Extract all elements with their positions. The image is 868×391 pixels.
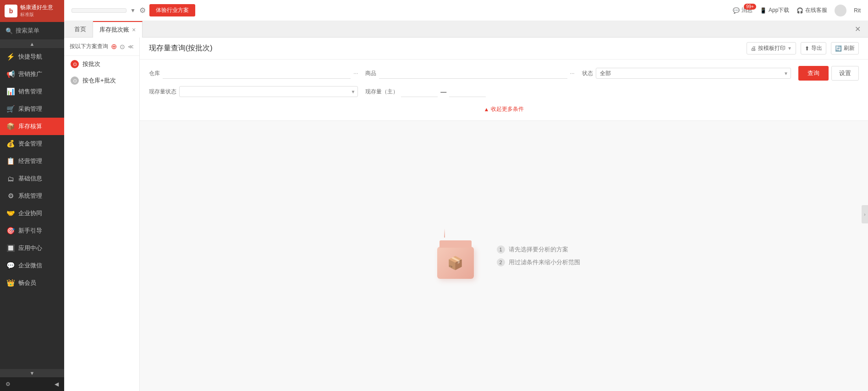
tab-home[interactable]: 首页 bbox=[68, 21, 93, 38]
sidebar-item-system[interactable]: ⚙ 系统管理 bbox=[0, 187, 64, 205]
settings-btn[interactable]: 设置 bbox=[831, 66, 859, 81]
sidebar-search[interactable]: 🔍 搜索菜单 bbox=[0, 22, 64, 40]
status-select[interactable]: 全部 bbox=[596, 68, 791, 79]
empty-state: 📦 1 请先选择要分析的方案 2 用过滤条件来缩小分析范围 bbox=[140, 121, 868, 391]
inventory-qty-label: 现存量（主） bbox=[365, 88, 398, 96]
inventory-qty-input[interactable] bbox=[401, 86, 438, 97]
app-edition: 标准版 bbox=[20, 11, 53, 18]
app-download-label: App下载 bbox=[769, 6, 789, 14]
export-btn[interactable]: ⬆ 导出 bbox=[801, 42, 826, 54]
experience-btn[interactable]: 体验行业方案 bbox=[149, 4, 195, 16]
filter-status: 状态 全部 ▼ bbox=[582, 68, 791, 79]
sidebar-settings-icon[interactable]: ⚙ bbox=[5, 381, 11, 387]
refresh-btn[interactable]: 🔄 刷新 bbox=[831, 42, 859, 54]
tab-bar: 首页 库存批次账 × ✕ bbox=[64, 21, 868, 38]
nav-icon-finance: 💰 bbox=[6, 140, 15, 148]
sidebar-item-inventory[interactable]: 📦 库存核算 bbox=[0, 118, 64, 135]
nav-icon-enterprise-wechat: 💬 bbox=[6, 261, 15, 270]
warehouse-more-icon[interactable]: ··· bbox=[353, 70, 358, 76]
scheme-icon-batch: ⊙ bbox=[71, 60, 79, 68]
messages-item[interactable]: 💬 消息 99+ bbox=[733, 6, 753, 14]
tab-home-label: 首页 bbox=[74, 25, 86, 33]
headset-icon: 🎧 bbox=[797, 7, 803, 14]
tab-close-icon[interactable]: × bbox=[132, 26, 136, 33]
add-scheme-icon[interactable]: ⊕ bbox=[111, 42, 117, 51]
sidebar-item-newbie[interactable]: 🎯 新手引导 bbox=[0, 222, 64, 239]
print-label: 按模板打印 bbox=[758, 44, 786, 52]
tab-bar-close-btn[interactable]: ✕ bbox=[851, 25, 864, 33]
scheme-header-title: 按以下方案查询 bbox=[70, 43, 108, 50]
filter-product: 商品 ··· bbox=[365, 68, 574, 79]
scheme-settings-icon[interactable]: ⊙ bbox=[120, 43, 125, 50]
messages-icon: 💬 bbox=[733, 7, 740, 14]
side-close-handle[interactable]: › bbox=[862, 205, 868, 223]
nav-label-app-center: 应用中心 bbox=[18, 244, 42, 252]
nav-label-system: 系统管理 bbox=[18, 192, 42, 200]
sidebar-footer: ⚙ ◀ bbox=[0, 377, 64, 391]
sidebar-item-sales[interactable]: 📊 销售管理 bbox=[0, 83, 64, 100]
sidebar-item-purchase[interactable]: 🛒 采购管理 bbox=[0, 100, 64, 118]
user-name: Rit bbox=[854, 7, 861, 14]
sidebar-item-enterprise[interactable]: 🤝 企业协同 bbox=[0, 205, 64, 222]
hint-text-2: 用过滤条件来缩小分析范围 bbox=[509, 258, 580, 266]
sidebar-item-marketing[interactable]: 📢 营销推广 bbox=[0, 65, 64, 83]
nav-icon-sales: 📊 bbox=[6, 87, 15, 96]
nav-icon-inventory: 📦 bbox=[6, 122, 15, 130]
hint-item-1: 1 请先选择要分析的方案 bbox=[497, 245, 580, 254]
nav-label-inventory: 库存核算 bbox=[18, 122, 42, 130]
sidebar-item-finance[interactable]: 💰 资金管理 bbox=[0, 135, 64, 152]
user-avatar[interactable] bbox=[835, 5, 846, 16]
sidebar-item-operations[interactable]: 📋 经营管理 bbox=[0, 152, 64, 170]
product-more-icon[interactable]: ··· bbox=[570, 70, 575, 76]
nav-icon-quick-nav: ⚡ bbox=[6, 53, 15, 61]
sidebar-scroll-up[interactable]: ▲ bbox=[0, 40, 64, 48]
sidebar-item-member[interactable]: 👑 畅会员 bbox=[0, 274, 64, 292]
nav-icon-system: ⚙ bbox=[6, 192, 15, 200]
filter-row-2: 现存量状态 ▼ 现存量（主） — bbox=[149, 86, 859, 97]
nav-icon-purchase: 🛒 bbox=[6, 105, 15, 113]
sidebar-collapse-icon[interactable]: ◀ bbox=[55, 381, 59, 387]
sidebar-item-basic[interactable]: 🗂 基础信息 bbox=[0, 170, 64, 187]
scheme-label-warehouse-batch: 按仓库+批次 bbox=[82, 76, 116, 85]
warehouse-input[interactable] bbox=[163, 68, 351, 79]
search-icon: 🔍 bbox=[5, 27, 13, 34]
filter-inventory-qty: 现存量（主） — bbox=[365, 86, 574, 97]
inventory-qty-range: — bbox=[401, 86, 574, 97]
topbar-gear-icon[interactable]: ⚙ bbox=[139, 6, 146, 15]
query-btn[interactable]: 查询 bbox=[798, 66, 829, 81]
right-content: 现存量查询(按批次) 🖨 按模板打印 ▼ ⬆ 导出 🔄 刷新 bbox=[140, 38, 868, 391]
scheme-item-warehouse-batch[interactable]: ⊙ 按仓库+批次 bbox=[64, 72, 139, 89]
product-input[interactable] bbox=[379, 68, 567, 79]
print-btn[interactable]: 🖨 按模板打印 ▼ bbox=[747, 42, 796, 54]
sidebar-nav: ⚡ 快捷导航 📢 营销推广 📊 销售管理 🛒 采购管理 📦 库存核算 💰 资金管… bbox=[0, 48, 64, 369]
sidebar-item-quick-nav[interactable]: ⚡ 快捷导航 bbox=[0, 48, 64, 65]
scheme-item-batch[interactable]: ⊙ 按批次 bbox=[64, 56, 139, 72]
filter-warehouse: 仓库 ··· bbox=[149, 68, 358, 79]
nav-icon-marketing: 📢 bbox=[6, 70, 15, 78]
sidebar-scroll-down[interactable]: ▼ bbox=[0, 369, 64, 377]
collapse-scheme-icon[interactable]: ≪ bbox=[128, 43, 134, 50]
filter-inventory-status: 现存量状态 ▼ bbox=[149, 86, 358, 97]
inventory-qty-input-max[interactable] bbox=[449, 86, 486, 97]
topbar-chevron-icon[interactable]: ▼ bbox=[130, 7, 136, 14]
refresh-icon: 🔄 bbox=[835, 45, 842, 52]
status-label: 状态 bbox=[582, 70, 593, 77]
topbar-search[interactable] bbox=[71, 8, 126, 13]
sidebar: b 畅康通好生意 标准版 🔍 搜索菜单 ▲ ⚡ 快捷导航 📢 营销推广 📊 销售… bbox=[0, 0, 64, 391]
sidebar-item-enterprise-wechat[interactable]: 💬 企业微信 bbox=[0, 257, 64, 274]
online-service-label: 在线客服 bbox=[805, 6, 827, 14]
export-label: 导出 bbox=[811, 44, 822, 52]
online-service-item[interactable]: 🎧 在线客服 bbox=[797, 6, 827, 14]
nav-icon-app-center: 🔲 bbox=[6, 244, 15, 252]
inventory-status-select[interactable] bbox=[179, 86, 358, 97]
print-chevron-icon: ▼ bbox=[787, 46, 792, 51]
app-download-item[interactable]: 📱 App下载 bbox=[760, 6, 789, 14]
sidebar-item-app-center[interactable]: 🔲 应用中心 bbox=[0, 239, 64, 257]
range-dash: — bbox=[440, 88, 446, 95]
print-icon: 🖨 bbox=[751, 45, 756, 52]
filter-row-1: 仓库 ··· 商品 ··· 状态 bbox=[149, 66, 859, 81]
collapse-more-btn[interactable]: ▲ 收起更多条件 bbox=[149, 103, 859, 114]
nav-label-quick-nav: 快捷导航 bbox=[18, 53, 42, 61]
page-title: 现存量查询(按批次) bbox=[149, 43, 213, 53]
tab-inventory-batch[interactable]: 库存批次账 × bbox=[93, 21, 143, 38]
